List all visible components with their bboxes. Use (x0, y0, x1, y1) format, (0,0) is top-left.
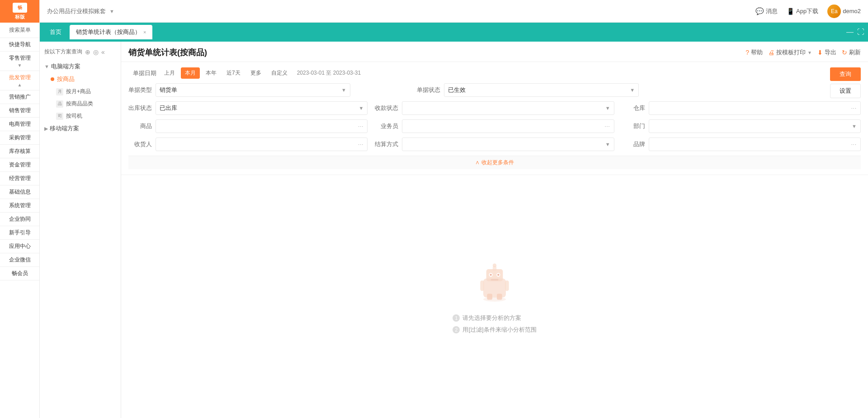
date-tab-7days[interactable]: 近7天 (222, 67, 245, 79)
doc-type-label: 单据类型 (128, 86, 156, 94)
receipt-status-dropdown-icon: ▼ (605, 105, 610, 111)
tip-text-2: 用[过滤]条件来缩小分析范围 (462, 324, 536, 336)
tip-num-2: 2 (453, 326, 460, 333)
doc-status-value: 已生效 (448, 86, 466, 94)
sub-item-category-label: 按商品品类 (66, 100, 93, 108)
operations-label: 经营管理 (9, 175, 31, 182)
sidebar-item-finance[interactable]: 资金管理 (0, 158, 39, 172)
sidebar-item-app-center[interactable]: 应用中心 (0, 240, 39, 253)
sidebar-item-quick-nav[interactable]: 快捷导航 (0, 38, 39, 52)
tab-home[interactable]: 首页 (43, 25, 68, 39)
app-download-label: App下载 (796, 7, 818, 15)
date-tab-this-year[interactable]: 本年 (202, 67, 221, 79)
scheme-add-icon[interactable]: ⊕ (85, 48, 90, 56)
empty-tips: 1 请先选择要分析的方案 2 用[过滤]条件来缩小分析范围 (453, 312, 536, 336)
scheme-item-by-goods[interactable]: 按商品 (40, 73, 121, 86)
corp-collab-label: 企业协同 (9, 215, 31, 223)
mobile-category-arrow: ▶ (44, 126, 48, 132)
warehouse-input[interactable]: ··· (649, 101, 861, 115)
payment-label: 结算方式 (375, 140, 402, 148)
export-btn[interactable]: ⬇ 导出 (817, 48, 836, 57)
avatar: Ea (827, 5, 841, 18)
salesman-dots: ··· (604, 124, 610, 129)
sidebar-item-system[interactable]: 系统管理 (0, 199, 39, 213)
scheme-category-desktop[interactable]: ▼ 电脑端方案 (40, 60, 121, 73)
sidebar-item-basic-info[interactable]: 基础信息 (0, 185, 39, 199)
help-btn[interactable]: ? 帮助 (745, 48, 763, 57)
receiver-input[interactable]: ··· (156, 138, 368, 151)
date-tab-more[interactable]: 更多 (246, 67, 265, 79)
query-btn[interactable]: 查询 (830, 67, 861, 81)
payment-dropdown-icon: ▼ (605, 142, 610, 147)
sidebar-item-corp-collab[interactable]: 企业协同 (0, 213, 39, 226)
payment-input[interactable]: ▼ (402, 138, 614, 151)
scheme-tree: ▼ 电脑端方案 按商品 月 按月+商品 品 按商品品类 司 按司机 (40, 58, 121, 137)
scheme-collapse-icon[interactable]: « (101, 48, 105, 56)
sidebar-item-purchase[interactable]: 采购管理 (0, 131, 39, 145)
refresh-btn[interactable]: ↻ 刷新 (842, 48, 861, 57)
export-icon: ⬇ (817, 49, 823, 56)
sidebar: 畅 标版 搜索菜单 快捷导航 零售管理 ▼ 批发管理 ▲ 营销推广 销售管理 电… (0, 0, 40, 418)
set-btn[interactable]: 设置 (830, 84, 861, 98)
sidebar-item-member[interactable]: 畅会员 (0, 267, 39, 280)
sidebar-item-retail[interactable]: 零售管理 ▼ (0, 52, 39, 71)
doc-status-input[interactable]: 已生效 ▼ (444, 83, 639, 97)
scheme-settings-icon[interactable]: ◎ (93, 48, 99, 56)
finance-label: 资金管理 (9, 161, 31, 169)
print-label: 按模板打印 (776, 48, 806, 57)
tab-close-icon[interactable]: × (143, 29, 146, 35)
wholesale-arrow: ▲ (18, 82, 22, 87)
filter-row-1: 单据类型 销货单 ▼ 单据状态 已生效 ▼ (128, 83, 861, 97)
scheme-category-mobile[interactable]: ▶ 移动端方案 (40, 122, 121, 135)
sidebar-item-wholesale[interactable]: 批发管理 ▲ (0, 71, 39, 90)
sidebar-item-operations[interactable]: 经营管理 (0, 172, 39, 185)
guide-label: 新手引导 (9, 229, 31, 237)
print-btn[interactable]: 🖨 按模板打印 ▼ (768, 48, 812, 57)
receipt-status-input[interactable]: ▼ (402, 101, 614, 115)
desktop-category-arrow: ▼ (44, 64, 49, 69)
scheme-sub-item-driver[interactable]: 司 按司机 (40, 110, 121, 122)
sidebar-item-guide[interactable]: 新手引导 (0, 226, 39, 240)
sidebar-item-search[interactable]: 搜索菜单 (0, 23, 39, 38)
doc-status-dropdown-icon: ▼ (630, 87, 635, 93)
collapse-btn[interactable]: ∧ 收起更多条件 (128, 156, 861, 169)
sidebar-item-marketing[interactable]: 营销推广 (0, 90, 39, 104)
sidebar-item-corp-wechat[interactable]: 企业微信 (0, 253, 39, 267)
scheme-sub-item-month[interactable]: 月 按月+商品 (40, 86, 121, 98)
date-tab-last-month[interactable]: 上月 (160, 67, 179, 79)
print-dropdown-icon[interactable]: ▼ (807, 50, 812, 55)
svg-rect-10 (487, 294, 492, 299)
svg-rect-11 (497, 294, 502, 299)
doc-type-input[interactable]: 销货单 ▼ (156, 83, 350, 97)
wholesale-label: 批发管理 (9, 74, 31, 81)
sidebar-item-inventory[interactable]: 库存核算 (0, 145, 39, 158)
goods-input[interactable]: ··· (156, 119, 368, 133)
sidebar-item-ecommerce[interactable]: 电商管理 (0, 118, 39, 131)
title-actions: ? 帮助 🖨 按模板打印 ▼ ⬇ 导出 ↻ 刷新 (745, 48, 861, 57)
scheme-panel-title: 按以下方案查询 (44, 48, 82, 56)
tab-sales-stat[interactable]: 销货单统计表（按商品） × (70, 25, 152, 39)
message-btn[interactable]: 💬 消息 (755, 7, 778, 15)
date-tab-custom[interactable]: 自定义 (267, 67, 292, 79)
brand-input[interactable]: ··· (649, 138, 861, 151)
scheme-sub-item-category[interactable]: 品 按商品品类 (40, 98, 121, 110)
dept-input[interactable]: ▼ (649, 119, 861, 133)
svg-point-0 (483, 297, 506, 301)
date-tab-this-month[interactable]: 本月 (181, 67, 200, 79)
filter-row-3: 商品 ··· 业务员 ··· 部门 (128, 119, 861, 133)
right-content: 销货单统计表(按商品) ? 帮助 🖨 按模板打印 ▼ ⬇ 导出 (121, 42, 868, 418)
out-status-col: 出库状态 已出库 ▼ (128, 101, 368, 115)
tab-expand-icon[interactable]: ⛶ (857, 28, 864, 36)
tab-minimize-icon[interactable]: — (846, 28, 854, 36)
doc-type-col: 单据类型 销货单 ▼ (128, 83, 350, 97)
filter-container: 单据日期 上月 本月 本年 近7天 更多 自定义 2023-03-01 至 20… (121, 62, 868, 175)
out-status-input[interactable]: 已出库 ▼ (156, 101, 368, 115)
industry-dropdown-icon[interactable]: ▼ (109, 9, 114, 14)
salesman-input[interactable]: ··· (402, 119, 614, 133)
sub-icon-driver: 司 (56, 113, 63, 120)
retail-arrow: ▼ (18, 63, 22, 68)
user-profile[interactable]: Ea demo2 (827, 5, 861, 18)
sidebar-item-sales[interactable]: 销售管理 (0, 104, 39, 118)
corp-wechat-label: 企业微信 (9, 256, 31, 264)
app-download-btn[interactable]: 📱 App下载 (787, 7, 818, 15)
